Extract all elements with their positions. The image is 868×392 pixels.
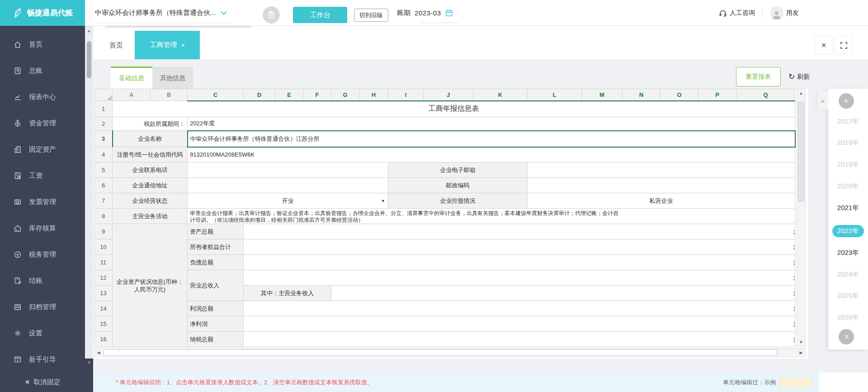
column-header-L[interactable]: L bbox=[528, 89, 582, 101]
cell-net-profit-value[interactable]: 3 bbox=[244, 316, 795, 332]
cell-business-value[interactable]: 审查企业会计报表；出具审计报告；验证企业资本；出具验资报告；办理企业合并、分立、… bbox=[188, 209, 795, 224]
years-scroll-up-icon[interactable]: « bbox=[839, 93, 854, 109]
column-header-M[interactable]: M bbox=[582, 89, 623, 101]
row-header-6[interactable]: 6 bbox=[94, 178, 113, 193]
sidebar-item-payroll[interactable]: 工资 bbox=[0, 163, 85, 189]
row-header-12[interactable]: 12 bbox=[94, 270, 113, 286]
scroll-left-icon[interactable]: ◀ bbox=[94, 349, 103, 357]
row-header-4[interactable]: 4 bbox=[94, 147, 113, 163]
cell-main-revenue-value[interactable]: 3 bbox=[331, 286, 795, 301]
year-item-2022-selected[interactable]: 2022年 bbox=[828, 225, 868, 237]
sheet-horizontal-scrollbar[interactable]: ◀ ▶ bbox=[94, 348, 806, 357]
year-item-2021[interactable]: 2021年 bbox=[828, 201, 868, 215]
column-header-H[interactable]: H bbox=[359, 89, 388, 101]
subtab-other-info[interactable]: 其他信息 bbox=[152, 67, 193, 89]
row-header-1[interactable]: 1 bbox=[94, 101, 113, 117]
sheet-vertical-scrollbar[interactable]: ▲ ▼ bbox=[797, 89, 806, 347]
refresh-button[interactable]: ↻ 刷新 bbox=[788, 67, 810, 86]
row-header-3[interactable]: 3 bbox=[94, 131, 113, 147]
year-item-2026[interactable]: 2026年 bbox=[828, 311, 868, 324]
sidebar-scrollbar[interactable]: ▲ bbox=[85, 26, 93, 359]
sidebar-item-general-ledger[interactable]: 总账 bbox=[0, 57, 85, 84]
column-header-D[interactable]: D bbox=[244, 89, 275, 101]
sidebar-item-guide[interactable]: 新手引导 bbox=[0, 346, 85, 373]
column-header-G[interactable]: G bbox=[331, 89, 359, 101]
cell-tax-total-value[interactable]: 3 bbox=[244, 332, 795, 347]
calendar-icon[interactable] bbox=[445, 9, 453, 17]
year-item-2024[interactable]: 2024年 bbox=[828, 268, 868, 281]
sheet-title-cell[interactable]: 工商年报信息表 bbox=[113, 101, 795, 117]
column-header-I[interactable]: I bbox=[388, 89, 424, 101]
year-item-2017[interactable]: 2017年 bbox=[828, 115, 868, 128]
sidebar-item-report-center[interactable]: 报表中心 bbox=[0, 84, 85, 110]
cell-assets-total-value[interactable]: 3 bbox=[244, 224, 795, 239]
sidebar-scroll-down-icon[interactable]: ▼ bbox=[85, 360, 93, 365]
year-item-2020[interactable]: 2020年 bbox=[828, 179, 868, 193]
sidebar-scrollbar-thumb[interactable] bbox=[87, 41, 91, 78]
row-header-13[interactable]: 13 bbox=[94, 286, 113, 301]
year-item-2019[interactable]: 2019年 bbox=[828, 158, 868, 171]
company-selector[interactable]: 中审众环会计师事务所（特殊普通合伙... bbox=[95, 0, 227, 26]
cell-revenue-value[interactable]: 3 bbox=[244, 270, 795, 286]
year-item-2025[interactable]: 2025年 bbox=[828, 289, 868, 302]
sidebar-scrollbar-bottom[interactable]: ▼ bbox=[85, 359, 93, 392]
sidebar-item-home[interactable]: 首页 bbox=[0, 31, 85, 57]
row-header-2[interactable]: 2 bbox=[94, 117, 113, 131]
period-value[interactable]: 2023-03 bbox=[415, 9, 441, 17]
sidebar-item-inventory[interactable]: 库存核算 bbox=[0, 215, 85, 241]
sheet-corner-cell[interactable] bbox=[94, 89, 113, 101]
reset-report-button[interactable]: 重置报表 bbox=[736, 67, 781, 86]
scroll-up-icon[interactable]: ▲ bbox=[797, 89, 805, 97]
column-header-E[interactable]: E bbox=[275, 89, 303, 101]
row-header-15[interactable]: 15 bbox=[94, 316, 113, 332]
sidebar-scroll-up-icon[interactable]: ▲ bbox=[85, 29, 93, 33]
sidebar-item-funds[interactable]: 资金管理 bbox=[0, 110, 85, 136]
sidebar-item-closing[interactable]: 结账 bbox=[0, 268, 85, 294]
row-header-10[interactable]: 10 bbox=[94, 239, 113, 255]
unpin-sidebar-button[interactable]: 取消固定 bbox=[0, 374, 85, 390]
column-header-J[interactable]: J bbox=[424, 89, 473, 101]
tab-close-icon[interactable]: × bbox=[181, 42, 184, 48]
column-header-A[interactable]: A bbox=[113, 89, 151, 101]
column-header-B[interactable]: B bbox=[151, 89, 188, 101]
dropdown-icon[interactable]: ▼ bbox=[381, 199, 385, 203]
sidebar-item-fixed-assets[interactable]: 固定资产 bbox=[0, 136, 85, 163]
sidebar-item-invoice[interactable]: 发票管理 bbox=[0, 189, 85, 215]
cell-status-value[interactable]: 开业 ▼ bbox=[188, 193, 388, 209]
close-icon[interactable]: × bbox=[815, 36, 833, 54]
row-header-8[interactable]: 8 bbox=[94, 209, 113, 224]
column-header-Q[interactable]: Q bbox=[736, 89, 795, 101]
column-header-N[interactable]: N bbox=[623, 89, 660, 101]
support-label[interactable]: 人工咨询 bbox=[730, 9, 755, 17]
column-header-F[interactable]: F bbox=[303, 89, 331, 101]
cell-equity-value[interactable]: 3 bbox=[244, 239, 795, 255]
scroll-down-icon[interactable]: ▼ bbox=[797, 338, 805, 346]
cell-address-value[interactable] bbox=[188, 178, 388, 193]
row-header-14[interactable]: 14 bbox=[94, 301, 113, 316]
tab-business-admin[interactable]: 工商管理 × bbox=[135, 31, 200, 59]
column-header-P[interactable]: P bbox=[698, 89, 736, 101]
cell-period-label[interactable]: 税款所属期间： bbox=[113, 117, 188, 131]
workbench-button[interactable]: 工作台 bbox=[293, 7, 347, 23]
fullscreen-icon[interactable] bbox=[835, 36, 853, 54]
cell-profit-value[interactable]: 3 bbox=[244, 301, 795, 316]
username[interactable]: 用友 bbox=[786, 9, 799, 17]
cell-phone-value[interactable] bbox=[188, 163, 388, 178]
years-scroll-down-icon[interactable]: « bbox=[839, 329, 854, 344]
cell-name-value[interactable]: 中审众环会计师事务所（特殊普通合伙）江苏分所 bbox=[188, 131, 795, 147]
horizontal-scrollbar-thumb[interactable] bbox=[104, 349, 777, 356]
year-item-2018[interactable]: 2018年 bbox=[828, 136, 868, 149]
avatar[interactable] bbox=[770, 6, 783, 20]
row-header-7[interactable]: 7 bbox=[94, 193, 113, 209]
row-header-9[interactable]: 9 bbox=[94, 224, 113, 239]
switch-old-version-button[interactable]: 切到旧版 bbox=[354, 9, 388, 22]
chevron-down-icon[interactable] bbox=[221, 11, 227, 15]
clipboard-icon[interactable] bbox=[263, 6, 280, 24]
column-header-O[interactable]: O bbox=[660, 89, 698, 101]
cell-email-value[interactable] bbox=[528, 163, 795, 178]
column-header-K[interactable]: K bbox=[473, 89, 528, 101]
row-header-16[interactable]: 16 bbox=[94, 332, 113, 347]
cell-holding-value[interactable]: 私营企业 bbox=[528, 193, 795, 209]
year-panel-collapse-icon[interactable]: « bbox=[817, 91, 828, 110]
company-name[interactable]: 中审众环会计师事务所（特殊普通合伙... bbox=[95, 9, 216, 17]
